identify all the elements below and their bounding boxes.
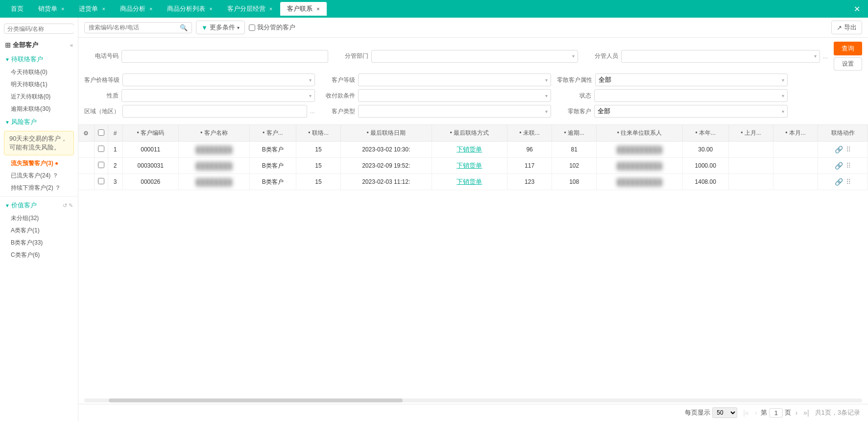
col-checkbox[interactable] [94,125,108,142]
tab-purchase[interactable]: 进货单 × [72,2,112,16]
row-type: B类客户 [249,158,296,174]
filter-panel: 电话号码 分管部门 ▾ 分管人员 ▾ ... [78,38,868,125]
sidebar-item-churned[interactable]: 已流失客户(24) ？ [0,170,78,182]
sidebar-group-risk[interactable]: ▼ 风险客户 [0,115,78,129]
row-checkbox[interactable] [94,158,108,174]
filter-payment-select[interactable]: ▾ [358,89,552,102]
select-all-checkbox[interactable] [98,129,104,136]
sidebar-item-class-b[interactable]: B类客户(33) [0,237,78,249]
tooltip-risk: 90天未交易的客户，可能有流失风险。 [4,131,74,155]
menu-icon[interactable]: ⠿ [846,146,851,153]
sidebar-item-7days[interactable]: 近7天待联络(0) [0,91,78,103]
tab-home[interactable]: 首页 [4,4,30,13]
close-tab-sales[interactable]: × [61,6,64,12]
row-select-checkbox[interactable] [98,146,104,152]
col-settings[interactable]: ⚙ [78,125,94,142]
close-tab-customer-layer[interactable]: × [269,6,272,12]
filter-retail-select[interactable]: 全部 ▾ [594,105,788,118]
col-code: • 客户编码 [122,125,178,142]
filter-price-level-select[interactable]: ▾ [122,74,315,86]
my-customers-checkbox[interactable] [249,25,255,31]
value-group-actions[interactable]: ↺ ✎ [63,202,73,209]
filter-payment: 收付款条件 ▾ [321,89,552,102]
menu-icon[interactable]: ⠿ [846,178,851,186]
row-last-method[interactable]: 下销货单 [432,158,507,174]
sidebar-item-overdue[interactable]: 逾期未联络(30) [0,103,78,115]
tab-customer-layer[interactable]: 客户分层经营 × [220,2,279,16]
sidebar-search-input[interactable] [7,25,78,32]
more-filter-button[interactable]: ▼ 更多条件 ▾ [196,21,245,34]
filter-manager-select[interactable]: ▾ [621,50,820,63]
prev-page-button[interactable]: ‹ [753,408,759,418]
sidebar-group-value[interactable]: ▼ 价值客户 ↺ ✎ [0,198,78,212]
tab-product-analysis[interactable]: 商品分析 × [113,2,159,16]
region-more-icon[interactable]: ... [310,108,315,115]
close-tab-product-list[interactable]: × [209,6,212,12]
filter-customer-type-select[interactable]: ▾ [358,105,552,118]
chevron-down-icon: ▾ [814,53,817,59]
tab-product-list[interactable]: 商品分析列表 × [160,2,219,16]
tab-sales[interactable]: 销货单 × [31,2,71,16]
close-tab-purchase[interactable]: × [102,6,105,12]
next-page-button[interactable]: › [793,408,799,418]
sidebar-item-class-a[interactable]: A类客户(1) [0,224,78,237]
row-select-checkbox[interactable] [98,178,104,184]
row-contact-person: ██████████ [597,174,683,190]
search-input[interactable] [89,24,178,31]
row-actions: 🔗 ⠿ [818,158,868,174]
menu-icon[interactable]: ⠿ [846,162,851,170]
sidebar-item-ungroup[interactable]: 未分组(32) [0,212,78,224]
sidebar-item-declining[interactable]: 持续下滑客户(2) ？ [0,182,78,194]
row-checkbox[interactable] [94,142,108,158]
filter-nature-select[interactable]: ▾ [121,89,315,102]
content-area: 🔍 ▼ 更多条件 ▾ 我分管的客户 ↗ 导出 电话号码 [78,18,868,421]
filter-status-select[interactable]: ▾ [594,89,788,102]
scroll-thumb[interactable] [109,398,403,402]
sidebar-item-class-c[interactable]: C类客户(6) [0,249,78,261]
filter-row-1: 电话号码 分管部门 ▾ 分管人员 ▾ ... [84,42,862,71]
pagination-nav: |« ‹ 第 1 页 › »| [741,408,811,418]
close-tab-product-analysis[interactable]: × [149,6,152,12]
sidebar-item-tomorrow[interactable]: 明天待联络(1) [0,78,78,91]
horizontal-scrollbar[interactable] [78,397,868,404]
last-page-button[interactable]: »| [801,408,811,418]
row-select-checkbox[interactable] [98,162,104,168]
row-code: 000011 [122,142,178,158]
row-overdue: 108 [552,174,597,190]
close-tab-customer-contact[interactable]: × [316,6,319,12]
current-page-input[interactable]: 1 [769,408,783,418]
col-contact-person: • 往来单位联系人 [597,125,683,142]
app-close-button[interactable]: ✕ [850,2,864,16]
row-name: ████████ [178,174,249,190]
my-customers-checkbox-wrap[interactable]: 我分管的客户 [249,23,295,32]
col-name: • 客户名称 [178,125,249,142]
link-icon[interactable]: 🔗 [835,146,843,153]
settings-button[interactable]: 设置 [834,57,862,71]
filter-customer-level-select[interactable]: ▾ [358,74,552,86]
search-wrap: 🔍 [84,22,192,33]
filter-retail-attr-select[interactable]: 全部 ▾ [595,74,788,86]
row-last-method[interactable]: 下销货单 [432,142,507,158]
filter-region-select[interactable] [122,105,307,118]
export-button[interactable]: ↗ 导出 [831,21,862,34]
row-checkbox[interactable] [94,174,108,190]
row-last-method[interactable]: 下销货单 [432,174,507,190]
filter-dept-select[interactable]: ▾ [371,50,578,63]
page-size-select[interactable]: 50 20 100 [712,407,737,418]
sidebar-all-customers[interactable]: ⊞ 全部客户 « [0,38,78,52]
sidebar-group-pending[interactable]: ▼ 待联络客户 [0,52,78,66]
filter-actions: 查询 设置 [834,42,862,71]
filter-dept: 分管部门 ▾ [334,50,578,63]
filter-phone-input[interactable] [121,50,328,63]
link-icon[interactable]: 🔗 [835,178,843,186]
col-overdue: • 逾期... [552,125,597,142]
more-icon[interactable]: ... [823,53,828,60]
query-button[interactable]: 查询 [834,42,862,55]
first-page-button[interactable]: |« [741,408,750,418]
sidebar-item-churn-warning[interactable]: 流失预警客户(3) ● [0,157,78,170]
tab-customer-contact[interactable]: 客户联系 × [280,2,326,16]
sidebar-item-today[interactable]: 今天待联络(0) [0,66,78,78]
link-icon[interactable]: 🔗 [835,162,843,170]
row-last-month [728,174,773,190]
sidebar-divider [0,196,78,197]
